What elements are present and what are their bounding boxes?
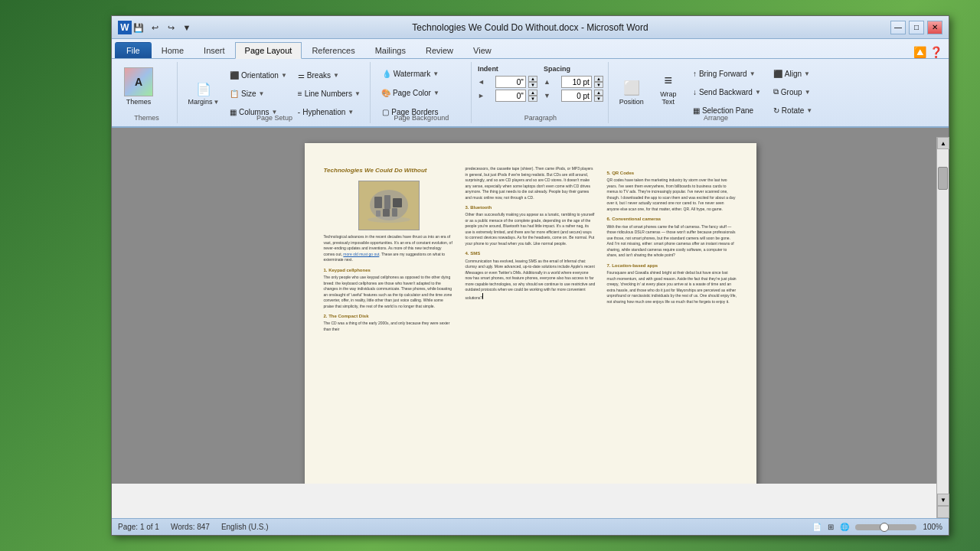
view-print-icon[interactable]: 📄 [812, 523, 822, 531]
undo-button[interactable]: ↩ [148, 21, 162, 34]
svg-point-8 [368, 217, 410, 223]
window-title: Technologies We Could Do Without.docx - … [412, 22, 648, 33]
indent-right-input[interactable] [495, 90, 526, 102]
word-count: Words: 847 [171, 523, 210, 531]
ribbon-group-arrange: ⬜ Position ≡ WrapText ↑Bring Forward▼ ↓S… [610, 62, 822, 123]
indent-right-label: ► [478, 92, 493, 99]
spacing-before-up[interactable]: ▲ [594, 76, 603, 82]
indent-left-up[interactable]: ▲ [528, 76, 537, 82]
redo-button[interactable]: ↪ [164, 21, 178, 34]
position-button[interactable]: ⬜ Position [615, 65, 648, 109]
watermark-button[interactable]: 💧Watermark▼ [377, 65, 443, 82]
themes-button[interactable]: A Themes [121, 65, 156, 109]
group-button[interactable]: ⧉Group▼ [769, 83, 817, 100]
scroll-up-button[interactable]: ▲ [937, 137, 949, 149]
col3-section7-text: Foursquare and Gowalla shined bright at … [607, 270, 737, 305]
tab-insert[interactable]: Insert [194, 42, 235, 58]
bring-forward-button[interactable]: ↑Bring Forward▼ [688, 65, 766, 82]
size-button[interactable]: 📋Size▼ [225, 85, 292, 102]
spacing-before-input[interactable] [561, 76, 592, 88]
rotate-button[interactable]: ↻Rotate▼ [769, 102, 817, 119]
document-column-1: Technologies We Could Do Without [324, 166, 454, 472]
indent-left-down[interactable]: ▼ [528, 82, 537, 88]
align-button[interactable]: ⬛Align▼ [769, 65, 817, 82]
title-bar: W 💾 ↩ ↪ ▼ Technologies We Could Do Witho… [112, 16, 949, 39]
view-web-icon[interactable]: 🌐 [840, 523, 849, 531]
svg-rect-4 [393, 198, 402, 207]
spacing-after-down[interactable]: ▼ [594, 96, 603, 102]
indent-right-up[interactable]: ▲ [528, 90, 537, 96]
col3-section7-title: 7. Location-based apps [607, 262, 737, 269]
application-window: W 💾 ↩ ↪ ▼ Technologies We Could Do Witho… [111, 15, 949, 536]
vertical-scrollbar[interactable]: ▲ ▼ [936, 137, 949, 518]
page-background-group-label: Page Background [394, 114, 449, 122]
spacing-before-label: ▲ [544, 78, 559, 86]
page-info: Page: 1 of 1 [118, 523, 159, 531]
minimize-button[interactable]: — [890, 21, 906, 34]
zoom-slider[interactable] [855, 524, 916, 530]
ribbon: File Home Insert Page Layout References … [112, 39, 949, 128]
document-column-3: 5. QR Codes QR codes have taken the mark… [607, 166, 737, 472]
doc-image [358, 181, 420, 230]
status-bar: Page: 1 of 1 Words: 847 English (U.S.) 📄… [112, 518, 949, 535]
close-button[interactable]: ✕ [927, 21, 942, 34]
tab-home[interactable]: Home [152, 42, 194, 58]
hyphenation-button[interactable]: -Hyphenation▼ [293, 103, 365, 120]
orientation-button[interactable]: ⬛Orientation▼ [225, 67, 292, 83]
spacing-after-up[interactable]: ▲ [594, 90, 603, 96]
indent-left-label: ◄ [478, 78, 493, 86]
line-numbers-button[interactable]: ≡Line Numbers▼ [293, 85, 365, 102]
zoom-level: 100% [923, 523, 942, 531]
scroll-track-area[interactable] [937, 149, 949, 494]
wrap-text-button[interactable]: ≡ WrapText [652, 65, 685, 109]
tab-file[interactable]: File [115, 42, 152, 58]
page-color-button[interactable]: 🎨Page Color▼ [377, 84, 444, 101]
col2-section4-text: Communication has evolved, leaving SMS a… [466, 259, 596, 302]
svg-rect-3 [384, 195, 390, 209]
col2-section3-title: 3. Bluetooth [466, 204, 596, 210]
col3-section6-text: With the rise of smart phones came the f… [607, 224, 737, 259]
zoom-thumb[interactable] [880, 523, 889, 532]
tab-mailings[interactable]: Mailings [365, 42, 416, 58]
ribbon-group-page-background: 💧Watermark▼ 🎨Page Color▼ ▢Page Borders P… [372, 62, 472, 123]
question-icon[interactable]: ❓ [929, 46, 942, 58]
maximize-button[interactable]: □ [909, 21, 924, 34]
send-backward-button[interactable]: ↓Send Backward▼ [688, 83, 766, 100]
doc-title: Technologies We Could Do Without [324, 166, 454, 174]
document-area: Technologies We Could Do Without [112, 128, 949, 484]
tab-page-layout[interactable]: Page Layout [235, 42, 302, 59]
help-icon[interactable]: 🔼 [913, 46, 926, 58]
ribbon-tabs: File Home Insert Page Layout References … [112, 39, 949, 59]
save-button[interactable]: 💾 [132, 21, 145, 34]
spacing-after-input[interactable] [561, 90, 592, 102]
svg-rect-7 [392, 208, 397, 217]
scroll-thumb[interactable] [938, 167, 948, 190]
tab-references[interactable]: References [302, 42, 364, 58]
col1-intro: Technological advances in the recent dec… [324, 234, 454, 263]
spacing-label: Spacing [544, 65, 603, 73]
themes-group-label: Themes [134, 114, 159, 122]
tab-view[interactable]: View [463, 42, 501, 58]
col3-section6-title: 6. Conventional cameras [607, 216, 737, 222]
ribbon-content: A Themes Themes 📄 Margins ▼ [112, 59, 949, 126]
language: English (U.S.) [221, 523, 269, 531]
col2-section3-text: Other than successfully making you appea… [466, 212, 596, 246]
indent-right-down[interactable]: ▼ [528, 96, 537, 102]
margins-button[interactable]: 📄 Margins ▼ [184, 65, 224, 109]
spacing-before-down[interactable]: ▼ [594, 82, 603, 88]
themes-icon: A [124, 67, 153, 96]
col1-section1-title: 1. Keypad cellphones [324, 267, 454, 273]
ribbon-group-themes: A Themes Themes [116, 62, 178, 123]
tab-review[interactable]: Review [416, 42, 463, 58]
breaks-button[interactable]: ⚌Breaks▼ [293, 67, 365, 83]
document-column-2: predecessors, the cassette tape (shiver)… [466, 166, 596, 472]
view-fullscreen-icon[interactable]: ⊞ [828, 523, 834, 531]
ribbon-group-paragraph: Indent ◄ ▲ ▼ ► [473, 62, 609, 123]
indent-left-input[interactable] [495, 76, 526, 88]
quick-access-toolbar: 💾 ↩ ↪ ▼ [132, 21, 194, 34]
window-controls: — □ ✕ [890, 21, 942, 34]
scroll-down-button[interactable]: ▼ [937, 494, 949, 506]
customize-button[interactable]: ▼ [180, 21, 194, 34]
ribbon-group-page-setup: 📄 Margins ▼ ⬛Orientation▼ 📋Size▼ [179, 62, 371, 123]
col3-section5-text: QR codes have taken the marketing indust… [607, 178, 737, 212]
